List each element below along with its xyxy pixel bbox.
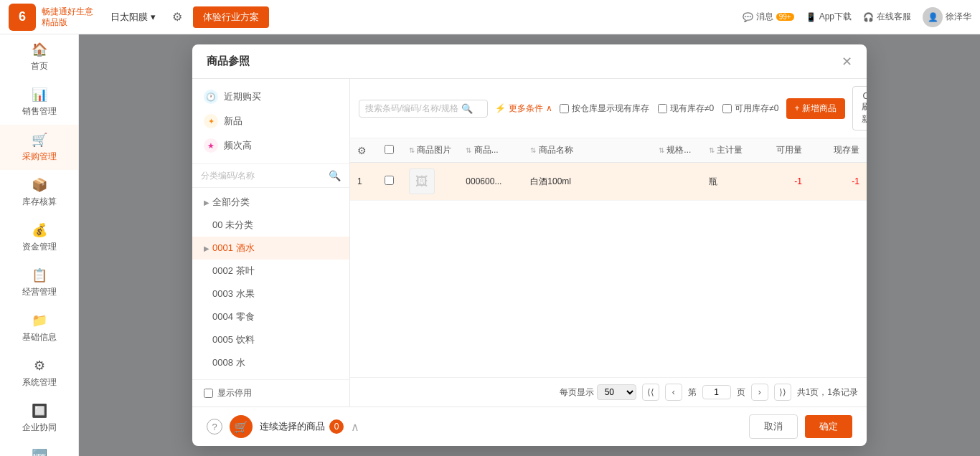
sidebar-label-operations: 经营管理 xyxy=(22,286,57,298)
page-size-dropdown[interactable]: 10 20 50 100 xyxy=(597,384,636,400)
headset-icon: 🎧 xyxy=(863,12,874,22)
page-label: 第 xyxy=(688,386,697,399)
row-checkbox[interactable] xyxy=(376,163,402,201)
select-all-checkbox[interactable] xyxy=(385,145,394,154)
phone-icon: 📱 xyxy=(806,12,816,22)
sidebar-item-sales[interactable]: 📊 销售管理 xyxy=(0,80,78,125)
col-header-checkbox[interactable] xyxy=(376,138,402,163)
sidebar-label-purchase: 采购管理 xyxy=(22,151,57,163)
sort-icon-code: ⇅ xyxy=(466,146,471,154)
settings-icon[interactable]: ⚙ xyxy=(167,7,187,27)
modal-header: 商品参照 ✕ xyxy=(192,44,867,79)
next-page-button[interactable]: › xyxy=(751,384,768,401)
help-icon[interactable]: ? xyxy=(207,419,222,434)
experience-button[interactable]: 体验行业方案 xyxy=(193,6,269,28)
cat-item-tea[interactable]: 0002 茶叶 xyxy=(192,260,349,282)
product-table-container: ⚙ ⇅ 商品图片 ⇅ 商品... ⇅ 商品名称 ⇅ 规格... ⇅ 主计量 可用… xyxy=(350,138,867,377)
quick-link-recent[interactable]: 🕐 近期购买 xyxy=(192,85,349,109)
chevron-down-icon: ▾ xyxy=(151,11,156,22)
sidebar-item-collab[interactable]: 🔲 企业协同 xyxy=(0,396,78,441)
cat-item-appliance[interactable]: 0010 家电 xyxy=(192,374,349,379)
message-nav-item[interactable]: 💬 消息 99+ xyxy=(743,11,794,23)
category-search-input[interactable] xyxy=(201,171,324,181)
cat-label-all: 全部分类 xyxy=(212,196,250,209)
pagination-bar: 每页显示 10 20 50 100 ⟨⟨ ‹ 第 xyxy=(350,377,867,407)
page-size-select: 每页显示 10 20 50 100 xyxy=(560,384,636,400)
cat-item-fruit[interactable]: 0003 水果 xyxy=(192,282,349,305)
user-profile-nav-item[interactable]: 👤 徐泽华 xyxy=(923,7,971,27)
sidebar-label-basic-info: 基础信息 xyxy=(22,331,57,343)
refresh-button[interactable]: C 刷新 xyxy=(852,86,867,130)
sort-icon-spec: ⇅ xyxy=(659,146,664,154)
row-select-checkbox[interactable] xyxy=(385,176,394,185)
quick-link-frequent[interactable]: ★ 频次高 xyxy=(192,133,349,158)
cat-item-all[interactable]: ▶ 全部分类 xyxy=(192,191,349,214)
more-filter-button[interactable]: ⚡ 更多条件 ∧ xyxy=(495,103,552,115)
sidebar-label-sales: 销售管理 xyxy=(22,105,57,118)
app-download-nav-item[interactable]: 📱 App下载 xyxy=(806,11,852,23)
add-product-button[interactable]: + 新增商品 xyxy=(786,98,845,119)
sidebar-label-collab: 企业协同 xyxy=(22,422,57,434)
product-search-input[interactable] xyxy=(365,103,458,113)
sidebar-item-purchase[interactable]: 🛒 采购管理 xyxy=(0,125,78,170)
finance-icon: 💰 xyxy=(32,222,47,238)
show-disabled-checkbox[interactable] xyxy=(204,389,213,398)
col-settings-icon[interactable]: ⚙ xyxy=(357,145,367,156)
table-row[interactable]: 1 🖼 000600... 白酒100ml 瓶 xyxy=(350,163,867,201)
quick-link-frequent-label: 频次高 xyxy=(224,139,252,152)
sidebar-item-guide[interactable]: 🆕 新手引导 xyxy=(0,441,78,456)
category-tree: ▶ 全部分类 00 未分类 ▶ 0001 酒水 0002 茶 xyxy=(192,188,349,379)
filter-check-nonzero-avail[interactable]: 可用库存≠0 xyxy=(722,103,778,115)
message-icon: 💬 xyxy=(743,12,753,22)
sidebar-item-operations[interactable]: 📋 经营管理 xyxy=(0,260,78,305)
sidebar-label-finance: 资金管理 xyxy=(22,241,57,253)
filter-check-warehouse[interactable]: 按仓库显示现有库存 xyxy=(560,103,649,115)
page-size-label: 每页显示 xyxy=(560,386,594,399)
store-selector[interactable]: 日太阳膜 ▾ xyxy=(105,8,161,27)
modal-close-button[interactable]: ✕ xyxy=(842,55,852,68)
col-header-image: ⇅ 商品图片 xyxy=(402,138,458,163)
filter-check-nonzero-stock[interactable]: 现有库存≠0 xyxy=(658,103,714,115)
cat-item-drink[interactable]: 0005 饮料 xyxy=(192,328,349,351)
message-badge: 99+ xyxy=(776,13,794,21)
quick-link-new[interactable]: ✦ 新品 xyxy=(192,109,349,133)
product-search-icon[interactable]: 🔍 xyxy=(461,103,473,114)
sidebar-item-basic-info[interactable]: 📁 基础信息 xyxy=(0,305,78,351)
col-header-unit[interactable]: ⇅ 主计量 xyxy=(702,138,752,163)
row-avail: -1 xyxy=(752,163,809,201)
sort-icon-name: ⇅ xyxy=(530,146,536,154)
product-image-placeholder: 🖼 xyxy=(409,168,435,194)
cart-button[interactable]: 🛒 xyxy=(230,415,253,438)
cancel-button[interactable]: 取消 xyxy=(749,414,798,439)
customer-service-nav-item[interactable]: 🎧 在线客服 xyxy=(863,11,911,23)
prev-page-button[interactable]: ‹ xyxy=(665,384,682,401)
cat-item-uncat[interactable]: 00 未分类 xyxy=(192,214,349,237)
col-header-code[interactable]: ⇅ 商品... xyxy=(458,138,523,163)
cat-item-liquor[interactable]: ▶ 0001 酒水 xyxy=(192,237,349,260)
nonzero-stock-checkbox[interactable] xyxy=(658,104,667,113)
cat-item-snack[interactable]: 0004 零食 xyxy=(192,305,349,328)
col-header-spec[interactable]: ⇅ 规格... xyxy=(651,138,702,163)
filter-icon: ⚡ xyxy=(495,103,506,113)
confirm-button[interactable]: 确定 xyxy=(805,415,852,438)
sidebar-item-inventory[interactable]: 📦 库存核算 xyxy=(0,170,78,215)
logo-icon: 6 xyxy=(9,4,36,31)
last-page-button[interactable]: ⟩⟩ xyxy=(774,384,791,401)
warehouse-stock-checkbox[interactable] xyxy=(560,104,569,113)
operations-icon: 📋 xyxy=(32,267,47,283)
more-filter-label: 更多条件 xyxy=(509,103,543,115)
col-header-settings[interactable]: ⚙ xyxy=(350,138,376,163)
cat-label-drink: 0005 饮料 xyxy=(212,333,255,346)
sidebar-item-home[interactable]: 🏠 首页 xyxy=(0,34,78,80)
first-page-button[interactable]: ⟨⟨ xyxy=(642,384,659,401)
col-header-name[interactable]: ⇅ 商品名称 xyxy=(523,138,651,163)
cat-item-water[interactable]: 0008 水 xyxy=(192,351,349,374)
nonzero-avail-checkbox[interactable] xyxy=(722,104,732,113)
page-number-input[interactable] xyxy=(702,385,731,399)
footer-collapse-icon[interactable]: ∧ xyxy=(351,420,359,434)
sidebar-item-system[interactable]: ⚙ 系统管理 xyxy=(0,351,78,396)
sidebar-item-finance[interactable]: 💰 资金管理 xyxy=(0,215,78,260)
home-icon: 🏠 xyxy=(32,42,47,57)
category-search-icon[interactable]: 🔍 xyxy=(329,170,341,181)
show-disabled-area: 显示停用 xyxy=(192,379,349,407)
